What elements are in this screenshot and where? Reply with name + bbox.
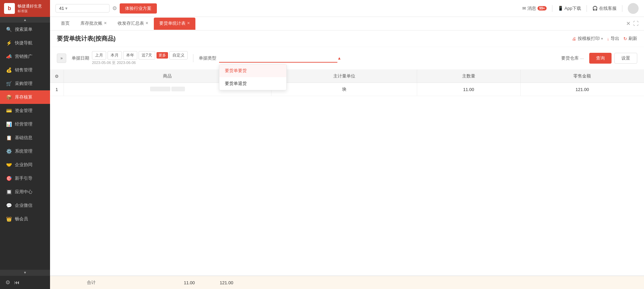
print-arrow-icon: ▾ bbox=[601, 37, 603, 41]
sidebar-item-member[interactable]: 👑 畅会员 bbox=[0, 212, 50, 226]
sidebar-nav: 🔍 搜索菜单 ⚡ 快捷导航 📣 营销推广 💰 销售管理 🛒 采购管理 📦 库存核… bbox=[0, 23, 50, 270]
table-gear-header[interactable]: ⚙ bbox=[50, 70, 64, 83]
date-btn-this-year[interactable]: 本年 bbox=[123, 51, 137, 60]
sidebar-item-label: 销售管理 bbox=[15, 67, 32, 73]
sidebar-item-label: 企业协同 bbox=[15, 162, 32, 168]
dropdown-item-return-label: 要货单退货 bbox=[225, 81, 247, 86]
table-container: ⚙ 商品 主计量单位 主数量 零售金额 bbox=[50, 70, 644, 275]
wechat-icon: 💬 bbox=[5, 202, 12, 209]
sidebar-item-quicknav[interactable]: ⚡ 快捷导航 bbox=[0, 36, 50, 50]
settings-button[interactable]: 设置 bbox=[614, 53, 637, 64]
sidebar-item-enterprise[interactable]: 🤝 企业协同 bbox=[0, 158, 50, 172]
page-content: 要货单统计表(按商品) 🖨 按模板打印 ▾ ↓ 导出 ↻ 刷新 bbox=[50, 30, 644, 289]
sidebar-item-purchase[interactable]: 🛒 采购管理 bbox=[0, 77, 50, 90]
sidebar-item-basic[interactable]: 📋 基础信息 bbox=[0, 131, 50, 144]
sidebar-item-appstore[interactable]: 🔲 应用中心 bbox=[0, 185, 50, 199]
sidebar-item-operations[interactable]: 📊 经营管理 bbox=[0, 117, 50, 131]
tabs-actions: ✕ ⛶ bbox=[626, 20, 639, 27]
tab-expand-icon[interactable]: ⛶ bbox=[633, 21, 639, 27]
date-filter-label: 单据日期 bbox=[72, 55, 89, 61]
message-button[interactable]: ✉ 消息 99+ bbox=[522, 5, 547, 12]
table-cell-unit: 块 bbox=[271, 83, 417, 96]
tab-order-stat-close-icon[interactable]: ✕ bbox=[187, 21, 190, 25]
tab-home[interactable]: 首页 bbox=[55, 18, 75, 30]
export-label: 导出 bbox=[611, 36, 619, 42]
type-dropdown: 要货单要货 要货单退货 bbox=[219, 64, 287, 90]
app-download-button[interactable]: 📱 App下载 bbox=[558, 5, 581, 12]
table-header-row: ⚙ 商品 主计量单位 主数量 零售金额 bbox=[50, 70, 644, 83]
date-filter-group: 单据日期 上月 本月 本年 近7天 更多 自定义 2023-05-06 至 20… bbox=[72, 51, 188, 65]
user-avatar[interactable] bbox=[628, 3, 639, 14]
service-label: 在线客服 bbox=[599, 5, 617, 12]
date-shortcuts: 上月 本月 本年 近7天 更多 自定义 bbox=[92, 51, 188, 60]
tab-batch-close-icon[interactable]: ✕ bbox=[104, 21, 107, 25]
sidebar-item-marketing[interactable]: 📣 营销推广 bbox=[0, 50, 50, 63]
service-icon: 🎧 bbox=[592, 6, 598, 11]
dropdown-item-return[interactable]: 要货单退货 bbox=[219, 77, 286, 90]
print-button[interactable]: 🖨 按模板打印 ▾ bbox=[572, 36, 603, 42]
filter-expand-button[interactable]: » bbox=[57, 53, 66, 63]
topbar: 41 ▾ ⚙ 体验行业方案 ✉ 消息 99+ 📱 App下载 🎧 在线客服 bbox=[50, 0, 644, 17]
export-button[interactable]: ↓ 导出 bbox=[607, 36, 620, 42]
warehouse-more-icon[interactable]: ··· bbox=[580, 56, 584, 61]
sidebar-header: b 畅捷通好生意 标准版 bbox=[0, 0, 50, 17]
system-icon: ⚙️ bbox=[5, 148, 12, 155]
table-cell-no: 1 bbox=[50, 83, 64, 96]
sidebar-item-system[interactable]: ⚙️ 系统管理 bbox=[0, 144, 50, 158]
settings-icon[interactable]: ⚙ bbox=[5, 279, 10, 286]
marketing-icon: 📣 bbox=[5, 53, 12, 60]
sidebar-item-label: 企业微信 bbox=[15, 202, 32, 208]
type-select-arrow-icon[interactable]: ▲ bbox=[337, 56, 341, 61]
tab-collect-close-icon[interactable]: ✕ bbox=[145, 21, 148, 25]
sidebar-item-search[interactable]: 🔍 搜索菜单 bbox=[0, 23, 50, 36]
print-icon: 🖨 bbox=[572, 36, 576, 41]
date-btn-last-month[interactable]: 上月 bbox=[92, 51, 106, 60]
operations-icon: 📊 bbox=[5, 121, 12, 128]
date-range-display: 2023-05-06 至 2023-06-06 bbox=[92, 60, 188, 65]
appstore-icon: 🔲 bbox=[5, 188, 12, 195]
tab-batch[interactable]: 库存批次账 ✕ bbox=[75, 18, 112, 30]
sidebar-scroll-down[interactable]: ▼ bbox=[0, 270, 50, 275]
date-btn-7days[interactable]: 近7天 bbox=[139, 51, 155, 60]
sidebar-item-finance[interactable]: 💳 资金管理 bbox=[0, 104, 50, 117]
custom-date-button[interactable]: 自定义 bbox=[169, 51, 188, 60]
product-code-placeholder bbox=[171, 87, 185, 91]
tab-order-stat[interactable]: 要货单统计表 ✕ bbox=[154, 18, 195, 30]
sidebar-item-wechat[interactable]: 💬 企业微信 bbox=[0, 199, 50, 212]
topbar-left: 41 ▾ ⚙ 体验行业方案 bbox=[55, 3, 518, 14]
table-row: 1 块 11.00 121.00 bbox=[50, 83, 644, 96]
refresh-button[interactable]: ↻ 刷新 bbox=[623, 36, 637, 42]
sidebar-item-label: 系统管理 bbox=[15, 148, 32, 154]
tab-collect-label: 收发存汇总表 bbox=[118, 20, 144, 26]
topbar-right: ✉ 消息 99+ 📱 App下载 🎧 在线客服 bbox=[522, 3, 639, 14]
topbar-divider bbox=[552, 5, 552, 12]
basic-icon: 📋 bbox=[5, 134, 12, 141]
page-actions: 🖨 按模板打印 ▾ ↓ 导出 ↻ 刷新 bbox=[572, 36, 638, 42]
sidebar-item-label: 采购管理 bbox=[15, 81, 32, 87]
topbar-divider3 bbox=[622, 5, 622, 12]
type-filter-input[interactable] bbox=[219, 54, 337, 63]
sidebar-scroll-up[interactable]: ▲ bbox=[0, 17, 50, 23]
sidebar-item-label: 畅会员 bbox=[15, 216, 28, 222]
date-shortcuts-group: 上月 本月 本年 近7天 更多 自定义 2023-05-06 至 2023-06… bbox=[92, 51, 188, 65]
sidebar-item-guide[interactable]: 🎯 新手引导 bbox=[0, 172, 50, 185]
dropdown-item-order[interactable]: 要货单要货 bbox=[219, 64, 286, 77]
tab-close-all-icon[interactable]: ✕ bbox=[626, 20, 630, 27]
refresh-label: 刷新 bbox=[628, 36, 637, 42]
store-selector[interactable]: 41 ▾ bbox=[55, 4, 110, 13]
more-dates-badge[interactable]: 更多 bbox=[157, 52, 168, 59]
query-button[interactable]: 查询 bbox=[589, 53, 612, 64]
topbar-divider2 bbox=[587, 5, 587, 12]
sidebar-item-sales[interactable]: 💰 销售管理 bbox=[0, 63, 50, 77]
topbar-gear-icon[interactable]: ⚙ bbox=[112, 5, 117, 12]
trial-button[interactable]: 体验行业方案 bbox=[120, 3, 157, 14]
finance-icon: 💳 bbox=[5, 107, 12, 114]
sidebar-item-inventory[interactable]: 📦 库存核算 bbox=[0, 90, 50, 104]
online-service-button[interactable]: 🎧 在线客服 bbox=[592, 5, 617, 12]
sidebar-item-label: 新手引导 bbox=[15, 175, 32, 181]
type-filter-group: 单据类型 ▲ 要货单要货 要货单退货 bbox=[199, 54, 556, 63]
collapse-icon[interactable]: ⏮ bbox=[14, 280, 20, 286]
tab-collect[interactable]: 收发存汇总表 ✕ bbox=[112, 18, 154, 30]
date-btn-this-month[interactable]: 本月 bbox=[108, 51, 122, 60]
warehouse-filter-group: 要货仓库 ··· bbox=[561, 55, 584, 61]
